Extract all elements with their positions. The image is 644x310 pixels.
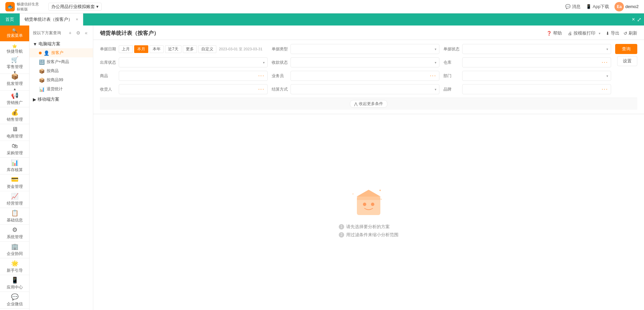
content-area: 销货单统计表（按客户） ❓ 帮助 🖨 按模板打印 ▾ ⬇ 导出 (93, 25, 644, 310)
svg-text:✦: ✦ (379, 189, 381, 192)
date-btn-thisyear[interactable]: 本年 (150, 45, 164, 53)
department-input[interactable]: ▾ (462, 71, 611, 81)
filter-row-2: 出库状态 ▾ 收款状态 ▾ (100, 57, 611, 67)
print-dropdown-button[interactable]: ▾ (597, 31, 602, 36)
sidebar-item-ecommerce[interactable]: 🖥 电商管理 (0, 124, 29, 141)
sidebar-item-wholesale[interactable]: 📦 批发管理 ▴ (0, 74, 29, 91)
order-status-label: 单据状态 (443, 46, 460, 52)
active-indicator (39, 52, 42, 54)
brand-input[interactable]: ··· (462, 84, 611, 94)
sidebar-item-operations[interactable]: 📈 经营管理 (0, 191, 29, 208)
sidebar-item-wechat[interactable]: 💬 企业微信 (0, 292, 29, 309)
sidebar-item-sales[interactable]: 💰 销售管理 (0, 107, 29, 124)
empty-svg: ✦ ✦ ✦ (348, 185, 389, 218)
chevron-down-icon: ▾ (263, 61, 265, 64)
product-input[interactable]: ··· (119, 71, 268, 81)
sidebar-item-marketing[interactable]: 📢 营销推广 (0, 91, 29, 107)
sidebar-item-basic[interactable]: 📋 基础信息 (0, 208, 29, 225)
collapse-button[interactable]: ⋀ 收起更多条件 (350, 100, 387, 108)
filter-rows-container: 单据日期 上月 本月 本年 近7天 更多 自定义 2023-03-01 至 20… (100, 44, 611, 98)
filter-settlement: 结算方式 ▾ (272, 84, 439, 94)
sidebar-item-member[interactable]: 👑 畅会员 (0, 309, 29, 310)
scheme-item-customer-product[interactable]: 🔢 按客户+商品 (30, 57, 93, 66)
industry-selector[interactable]: 办公用品行业模拟账套 ▾ (48, 3, 102, 11)
sidebar-item-finance[interactable]: 💳 资金管理 (0, 174, 29, 191)
settlement-label: 结算方式 (272, 87, 288, 92)
query-button[interactable]: 查询 (615, 44, 637, 54)
settings-scheme-button[interactable]: ⚙ (75, 30, 82, 36)
empty-step-1: 1 请先选择要分析的方案 (339, 224, 398, 230)
dots-icon: ··· (430, 73, 436, 79)
recipient-input[interactable]: ··· (119, 84, 268, 94)
tab-bar-actions: × ⤢ (632, 16, 644, 23)
app-download-action[interactable]: 📱 App下载 (586, 4, 609, 10)
user-area[interactable]: Ea demo2 (614, 2, 639, 11)
user-name: demo2 (625, 4, 639, 9)
payment-status-input[interactable]: ▾ (290, 57, 439, 67)
date-btn-lastmonth[interactable]: 上月 (119, 45, 133, 53)
chevron-down-icon: ▾ (606, 74, 608, 78)
scheme-item-by-product[interactable]: 📦 按商品 (30, 66, 93, 75)
recipient-label: 收货人 (100, 87, 117, 92)
sidebar: 🔍 搜索菜单 ⭐ 快捷导航 🛒 零售管理 ▾ 📦 批发管理 ▴ 📢 营销推广 💰… (0, 25, 30, 310)
tab-active[interactable]: 销货单统计表（按客户） × (20, 13, 83, 25)
expand-icon: ▶ (33, 97, 36, 102)
warehouse-input[interactable]: ··· (462, 57, 611, 67)
sidebar-item-purchase[interactable]: 🛍 采购管理 (0, 141, 29, 158)
warehouse-label: 仓库 (443, 60, 460, 65)
order-status-input[interactable]: ▾ (462, 44, 611, 54)
collapse-row: ⋀ 收起更多条件 (100, 98, 637, 110)
scheme-item-by-customer[interactable]: 👤 按客户 (30, 48, 93, 57)
tab-close-icon[interactable]: × (76, 17, 78, 22)
filter-department: 部门 ▾ (443, 71, 611, 81)
left-panel: 按以下方案查询 + ⚙ « ▼ 电脑端方案 👤 按客户 🔢 按客户+商品 (30, 25, 93, 310)
date-btn-thismonth[interactable]: 本月 (134, 45, 148, 53)
sidebar-item-retail[interactable]: 🛒 零售管理 ▾ (0, 57, 29, 74)
message-action[interactable]: 💬 消息 (565, 4, 581, 10)
logo-icon: 🐟 (5, 2, 15, 11)
enterprise-icon: 🏢 (11, 243, 18, 250)
scheme-item-by-product-99[interactable]: 📦 按商品99 (30, 75, 93, 85)
date-selector: 上月 本月 本年 近7天 更多 自定义 2023-03-01 至 2023-03… (119, 45, 262, 53)
stock-status-input[interactable]: ▾ (119, 57, 268, 67)
empty-state: ✦ ✦ ✦ 1 请先选择要分析的方案 2 用过滤条件来缩小分析范围 (93, 114, 644, 310)
print-button[interactable]: 🖨 按模板打印 (566, 30, 597, 37)
sidebar-item-appcenter[interactable]: 📱 应用中心 (0, 275, 29, 292)
date-btn-7days[interactable]: 近7天 (165, 45, 181, 53)
tab-maximize-button[interactable]: ⤢ (637, 16, 641, 23)
scheme-item-returns[interactable]: 📊 退货统计 (30, 85, 93, 94)
tab-close-all-button[interactable]: × (632, 16, 635, 22)
settlement-input[interactable]: ▾ (290, 84, 439, 94)
chevron-down-icon: ▾ (606, 47, 608, 51)
logo-area: 🐟 畅捷信好生意 标账版 (5, 2, 39, 11)
collapse-panel-button[interactable]: « (83, 30, 90, 36)
page-actions: ❓ 帮助 🖨 按模板打印 ▾ ⬇ 导出 ↺ 刷新 (546, 30, 637, 37)
wholesale-icon: 📦 (11, 73, 18, 80)
order-type-input[interactable]: ▾ (290, 44, 439, 54)
filter-row-with-actions: 单据日期 上月 本月 本年 近7天 更多 自定义 2023-03-01 至 20… (100, 44, 637, 98)
marketing-icon: 📢 (11, 92, 18, 99)
date-btn-more[interactable]: 更多 (183, 45, 197, 53)
pc-scheme-header[interactable]: ▼ 电脑端方案 (30, 40, 93, 48)
chevron-down-icon: ▾ (96, 4, 99, 9)
search-icon: 🔍 (1, 28, 28, 33)
left-panel-title: 按以下方案查询 (33, 30, 61, 36)
add-scheme-button[interactable]: + (67, 30, 73, 36)
tab-home[interactable]: 首页 (0, 13, 20, 25)
sidebar-quick-nav[interactable]: ⭐ 快捷导航 (0, 41, 29, 57)
sidebar-item-system[interactable]: ⚙ 系统管理 (0, 225, 29, 242)
salesperson-input[interactable]: ··· (290, 71, 439, 81)
export-button[interactable]: ⬇ 导出 (606, 30, 620, 36)
date-btn-custom[interactable]: 自定义 (198, 45, 216, 53)
sidebar-search[interactable]: 🔍 搜索菜单 (0, 25, 29, 41)
step-1-num: 1 (339, 224, 344, 229)
newbie-icon: 🌟 (11, 260, 18, 267)
sidebar-item-inventory[interactable]: 📊 库存核算 (0, 158, 29, 174)
mobile-scheme-header[interactable]: ▶ 移动端方案 (30, 95, 93, 104)
appcenter-icon: 📱 (11, 276, 18, 284)
settings-button[interactable]: 设置 (617, 56, 637, 66)
sidebar-item-enterprise[interactable]: 🏢 企业协同 (0, 242, 29, 258)
refresh-button[interactable]: ↺ 刷新 (624, 30, 637, 36)
sidebar-item-newbie[interactable]: 🌟 新手引导 (0, 258, 29, 275)
help-button[interactable]: ❓ 帮助 (546, 30, 562, 36)
